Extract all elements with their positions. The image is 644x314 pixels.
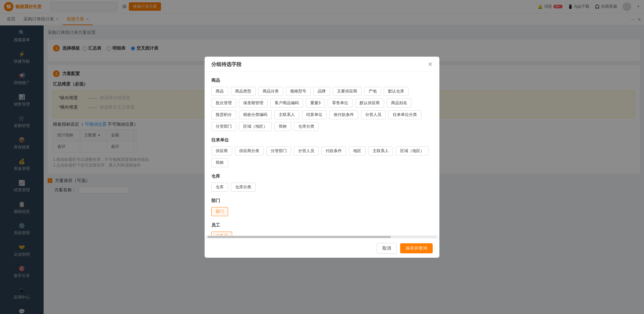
tag-default-warehouse[interactable]: 默认仓库 bbox=[384, 87, 409, 96]
dialog-close-icon[interactable]: ✕ bbox=[428, 61, 433, 67]
tag-partner-dept[interactable]: 分管部门 bbox=[266, 146, 291, 155]
dialog-title: 分组待选字段 bbox=[211, 61, 241, 68]
section-dept: 部门 部门 bbox=[211, 198, 433, 216]
section-partner-title: 往来单位 bbox=[211, 137, 433, 143]
tag-dept[interactable]: 部门 bbox=[211, 207, 228, 216]
section-warehouse-title: 仓库 bbox=[211, 173, 433, 179]
section-product-tags: 商品 商品类型 商品分类 规格型号 品牌 主要供应商 产地 默认仓库 批次管理 … bbox=[211, 87, 433, 131]
section-product: 商品 商品 商品类型 商品分类 规格型号 品牌 主要供应商 产地 默认仓库 批次… bbox=[211, 77, 433, 131]
tag-supplier-category[interactable]: 供应商分类 bbox=[235, 146, 264, 155]
dialog-header: 分组待选字段 ✕ bbox=[205, 57, 439, 72]
dialog: 分组待选字段 ✕ 商品 商品 商品类型 商品分类 规格型号 品牌 主要供应商 产… bbox=[205, 57, 439, 258]
tag-tax-code[interactable]: 税收分类编码 bbox=[239, 110, 272, 119]
section-employee: 员工 业务员 bbox=[211, 222, 433, 236]
tag-payment-terms[interactable]: 收付款条件 bbox=[329, 110, 358, 119]
tag-pay-terms[interactable]: 付款条件 bbox=[321, 146, 346, 155]
section-partner-tags: 供应商 供应商分类 分管部门 分管人员 付款条件 地区 主联系人 区域（地区） … bbox=[211, 146, 433, 167]
tag-partner-region[interactable]: 区域（地区） bbox=[396, 146, 429, 155]
dialog-footer: 取消 保存并查询 bbox=[205, 239, 439, 258]
section-product-title: 商品 bbox=[211, 77, 433, 83]
dialog-horizontal-scrollbar[interactable] bbox=[205, 235, 439, 238]
tag-region[interactable]: 区域（地区） bbox=[239, 122, 272, 131]
tag-default-supplier[interactable]: 默认供应商 bbox=[355, 99, 384, 108]
tag-product[interactable]: 商品 bbox=[211, 87, 228, 96]
tag-area[interactable]: 地区 bbox=[349, 146, 366, 155]
dialog-body: 商品 商品 商品类型 商品分类 规格型号 品牌 主要供应商 产地 默认仓库 批次… bbox=[205, 72, 439, 236]
tag-shelf-life-mgmt[interactable]: 保质期管理 bbox=[239, 99, 268, 108]
tag-product-alias[interactable]: 商品别名 bbox=[387, 99, 412, 108]
tag-supervisor[interactable]: 分管人员 bbox=[361, 110, 386, 119]
section-warehouse: 仓库 仓库 仓库分类 bbox=[211, 173, 433, 192]
section-dept-title: 部门 bbox=[211, 198, 433, 204]
tag-settlement-unit[interactable]: 结算单位 bbox=[302, 110, 327, 119]
tag-pick-points[interactable]: 拣货积分 bbox=[211, 110, 236, 119]
tag-origin[interactable]: 产地 bbox=[364, 87, 381, 96]
section-dept-tags: 部门 bbox=[211, 207, 433, 216]
tag-main-contact[interactable]: 主联系人 bbox=[274, 110, 299, 119]
tag-customer-code[interactable]: 客户商品编码 bbox=[270, 99, 303, 108]
tag-spec-model[interactable]: 规格型号 bbox=[286, 87, 311, 96]
cancel-button[interactable]: 取消 bbox=[377, 243, 397, 254]
tag-supplier[interactable]: 供应商 bbox=[211, 146, 232, 155]
tag-partner-shortname[interactable]: 简称 bbox=[211, 158, 228, 167]
section-employee-tags: 业务员 bbox=[211, 232, 433, 236]
tag-partner-person[interactable]: 分管人员 bbox=[294, 146, 319, 155]
tag-retail-unit[interactable]: 零售单位 bbox=[328, 99, 353, 108]
section-partner: 往来单位 供应商 供应商分类 分管部门 分管人员 付款条件 地区 主联系人 区域… bbox=[211, 137, 433, 167]
tag-product-category[interactable]: 商品分类 bbox=[258, 87, 283, 96]
tag-weight3[interactable]: 重量3 bbox=[306, 99, 325, 108]
tag-salesperson[interactable]: 业务员 bbox=[211, 232, 232, 236]
section-employee-title: 员工 bbox=[211, 222, 433, 228]
section-warehouse-tags: 仓库 仓库分类 bbox=[211, 183, 433, 192]
tag-partner-contact[interactable]: 主联系人 bbox=[368, 146, 393, 155]
tag-warehouse-category[interactable]: 仓库分类 bbox=[294, 122, 319, 131]
tag-main-supplier[interactable]: 主要供应商 bbox=[333, 87, 362, 96]
tag-brand[interactable]: 品牌 bbox=[313, 87, 330, 96]
dialog-overlay: 分组待选字段 ✕ 商品 商品 商品类型 商品分类 规格型号 品牌 主要供应商 产… bbox=[0, 0, 644, 314]
tag-dept-in-charge[interactable]: 分管部门 bbox=[211, 122, 236, 131]
scrollbar-thumb[interactable] bbox=[207, 236, 391, 238]
tag-product-type[interactable]: 商品类型 bbox=[231, 87, 256, 96]
tag-partner-category[interactable]: 往来单位分类 bbox=[388, 110, 421, 119]
tag-short-name[interactable]: 简称 bbox=[274, 122, 291, 131]
tag-warehouse-cat[interactable]: 仓库分类 bbox=[231, 183, 256, 192]
scrollbar-track bbox=[207, 236, 437, 238]
tag-batch-mgmt[interactable]: 批次管理 bbox=[211, 99, 236, 108]
confirm-button[interactable]: 保存并查询 bbox=[400, 243, 433, 253]
tag-warehouse[interactable]: 仓库 bbox=[211, 183, 228, 192]
